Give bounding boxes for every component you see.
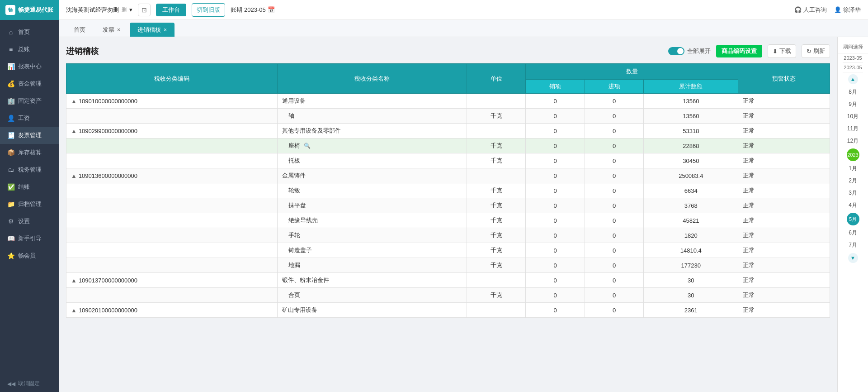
th-unit: 单位 (467, 64, 526, 94)
cell-unit: 千克 (467, 228, 526, 243)
cell-sales: 0 (526, 109, 585, 124)
cell-sales: 0 (526, 183, 585, 198)
tab-home[interactable]: 首页 (66, 23, 93, 37)
cell-tax-name: 地漏 (277, 258, 467, 273)
expand-icon[interactable]: ▲ (71, 277, 77, 284)
period-month-7[interactable]: 7月 (838, 239, 868, 251)
sidebar-item-assets[interactable]: 🏢 固定资产 (0, 92, 59, 110)
cell-status: 正常 (738, 124, 830, 139)
cell-total: 30 (644, 288, 738, 303)
workbench-button[interactable]: 工作台 (156, 4, 186, 16)
cell-total: 30450 (644, 153, 738, 168)
cell-unit: 千克 (467, 288, 526, 303)
tab-invoice-close[interactable]: × (117, 27, 120, 33)
sidebar-item-tax[interactable]: 🗂 税务管理 (0, 161, 59, 178)
support-label: 人工咨询 (803, 6, 827, 14)
sidebar-item-funds[interactable]: 💰 资金管理 (0, 75, 59, 92)
sidebar-item-reports[interactable]: 📊 报表中心 (0, 58, 59, 75)
period-month-2[interactable]: 2月 (838, 175, 868, 187)
expand-icon[interactable]: ▲ (71, 172, 77, 179)
sidebar-item-checkout[interactable]: ✅ 结账 (0, 178, 59, 196)
cell-sales: 0 (526, 243, 585, 258)
cell-sales: 0 (526, 288, 585, 303)
cell-sales: 0 (526, 94, 585, 109)
expand-icon[interactable]: ▲ (71, 307, 77, 314)
company-dropdown-icon: ▾ (129, 6, 132, 13)
search-icon[interactable]: 🔍 (304, 143, 311, 149)
page-title: 进销稽核 (66, 46, 99, 57)
th-purchase: 进项 (585, 80, 644, 94)
sidebar-item-archive[interactable]: 📁 归档管理 (0, 196, 59, 213)
old-version-button[interactable]: 切到旧版 (192, 3, 225, 17)
cell-unit: 千克 (467, 243, 526, 258)
table-row: 铸造盖子千克0014810.4正常 (66, 243, 830, 258)
main-area: 沈海英测试经营勿删 删 ▾ ⊡ 工作台 切到旧版 账期 2023-05 📅 🎧 … (59, 0, 868, 392)
company-selector[interactable]: 沈海英测试经营勿删 删 ▾ (66, 6, 132, 14)
period-month-1[interactable]: 1月 (838, 163, 868, 175)
download-button[interactable]: ⬇ 下载 (768, 44, 796, 58)
period-month-4[interactable]: 4月 (838, 199, 868, 211)
cell-purchase: 0 (585, 243, 644, 258)
refresh-button[interactable]: ↻ 刷新 (802, 44, 830, 58)
company-name: 沈海英测试经营勿删 (66, 6, 119, 14)
topbar-right: 🎧 人工咨询 👤 徐泽华 (794, 6, 861, 14)
period-month-5-active[interactable]: 5月 (838, 211, 868, 227)
sidebar-item-invoice[interactable]: 🧾 发票管理 (0, 127, 59, 144)
user-menu[interactable]: 👤 徐泽华 (834, 6, 861, 14)
period-month-12[interactable]: 12月 (838, 135, 868, 147)
reports-icon: 📊 (7, 63, 14, 70)
cell-tax-code: ▲109029900000000000 (66, 124, 278, 139)
cell-tax-name: 轮毂 (277, 183, 467, 198)
cell-tax-code: ▲109020100000000000 (66, 303, 278, 318)
cell-status: 正常 (738, 183, 830, 198)
cell-tax-name: 铸造盖子 (277, 243, 467, 258)
save-icon: ⊡ (142, 6, 147, 14)
expand-icon[interactable]: ▲ (71, 128, 77, 134)
sidebar-item-vip[interactable]: ⭐ 畅会员 (0, 247, 59, 264)
download-label: 下载 (779, 47, 791, 55)
period-month-9[interactable]: 9月 (838, 98, 868, 110)
sidebar-item-salary[interactable]: 👤 工资 (0, 110, 59, 127)
expand-toggle[interactable] (668, 47, 684, 55)
tab-invoice[interactable]: 发票 × (95, 23, 128, 37)
sidebar-item-ledger[interactable]: ≡ 总账 (0, 41, 59, 58)
year-marker-2023: 2023 (838, 147, 868, 163)
save-icon-button[interactable]: ⊡ (138, 4, 151, 16)
cell-sales: 0 (526, 124, 585, 139)
support-button[interactable]: 🎧 人工咨询 (794, 6, 827, 14)
sidebar-item-guide[interactable]: 📖 新手引导 (0, 230, 59, 247)
th-total: 累计数额 (644, 80, 738, 94)
period-down-button[interactable]: ▼ (848, 253, 858, 263)
cell-tax-name: 绝缘导线壳 (277, 213, 467, 228)
cell-tax-code (66, 153, 278, 168)
cell-tax-code (66, 288, 278, 303)
sidebar-item-label: 首页 (18, 28, 30, 36)
tab-reconcile[interactable]: 进销稽核 × (130, 23, 175, 37)
period-month-3[interactable]: 3月 (838, 187, 868, 199)
period-month-6[interactable]: 6月 (838, 227, 868, 239)
cell-purchase: 0 (585, 168, 644, 183)
expand-icon[interactable]: ▲ (71, 98, 77, 105)
sidebar-item-label: 资金管理 (18, 80, 42, 88)
unpin-button[interactable]: ◀◀ 取消固定 (0, 375, 59, 392)
period-month-11[interactable]: 11月 (838, 123, 868, 135)
product-code-button[interactable]: 商品编码设置 (716, 45, 762, 57)
tab-home-label: 首页 (74, 26, 85, 34)
period-up-button[interactable]: ▲ (848, 74, 858, 84)
sidebar-item-settings[interactable]: ⚙ 设置 (0, 213, 59, 230)
cell-total: 6634 (644, 183, 738, 198)
sidebar-item-home[interactable]: ⌂ 首页 (0, 24, 59, 41)
period-month-10[interactable]: 10月 (838, 110, 868, 123)
cell-tax-name: 托板 (277, 153, 467, 168)
period-month-8[interactable]: 8月 (838, 86, 868, 98)
assets-icon: 🏢 (7, 97, 14, 105)
tabbar: 首页 发票 × 进销稽核 × (59, 20, 868, 37)
settings-icon: ⚙ (7, 218, 14, 225)
cell-tax-code (66, 183, 278, 198)
cell-purchase: 0 (585, 258, 644, 273)
cell-tax-name: 座椅🔍 (277, 139, 467, 153)
table-row: 地漏千克00177230正常 (66, 258, 830, 273)
app-logo: 畅 畅捷通易代账 (0, 0, 59, 20)
tab-reconcile-close[interactable]: × (164, 27, 167, 33)
sidebar-item-inventory[interactable]: 📦 库存核算 (0, 144, 59, 161)
